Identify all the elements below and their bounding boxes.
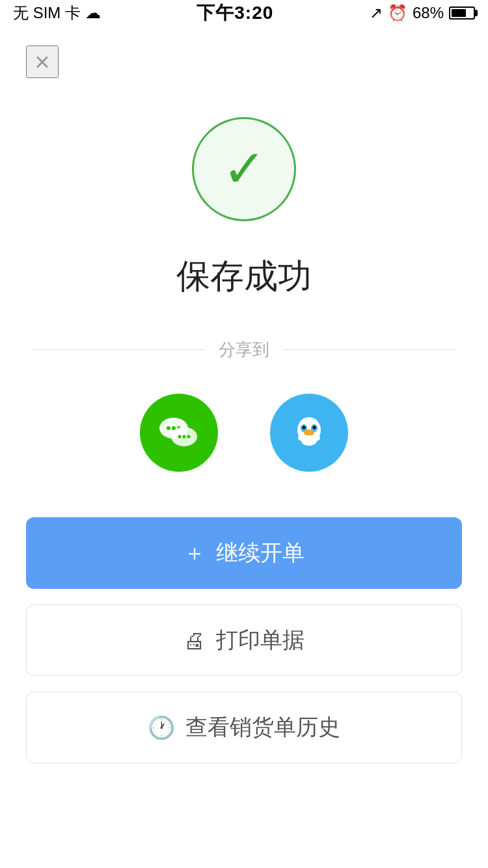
svg-point-6 <box>182 435 185 438</box>
continue-label: 继续开单 <box>216 538 305 568</box>
battery-percent: 68% <box>413 4 444 22</box>
print-button[interactable]: 🖨 打印单据 <box>26 604 462 676</box>
clock-icon: 🕐 <box>148 714 175 740</box>
buttons-section: ＋ 继续开单 🖨 打印单据 🕐 查看销货单历史 <box>0 517 488 763</box>
location-icon: ↗ <box>370 4 383 22</box>
history-label: 查看销货单历史 <box>185 712 340 742</box>
share-section: 分享到 <box>0 338 488 517</box>
status-right: ↗ ⏰ 68% <box>370 4 475 22</box>
checkmark-icon: ✓ <box>223 143 266 195</box>
svg-point-16 <box>301 435 317 446</box>
svg-point-11 <box>302 426 305 429</box>
print-icon: 🖨 <box>183 628 206 653</box>
battery-icon <box>449 7 475 20</box>
success-circle: ✓ <box>192 117 296 221</box>
close-button[interactable]: × <box>26 46 59 78</box>
svg-point-7 <box>187 435 190 438</box>
svg-point-13 <box>304 429 314 436</box>
qq-share-button[interactable] <box>270 394 348 472</box>
continue-button[interactable]: ＋ 继续开单 <box>26 517 462 589</box>
history-button[interactable]: 🕐 查看销货单历史 <box>26 692 462 763</box>
share-icons <box>140 394 348 472</box>
sim-status: 无 SIM 卡 ☁ <box>13 3 101 23</box>
close-icon: × <box>34 49 49 75</box>
status-time: 下午3:20 <box>197 1 273 25</box>
plus-icon: ＋ <box>183 538 206 568</box>
wechat-share-button[interactable] <box>140 394 218 472</box>
alarm-icon: ⏰ <box>388 4 407 22</box>
divider-line-right <box>282 349 455 350</box>
main-content: × ✓ 保存成功 分享到 <box>0 26 488 868</box>
svg-point-1 <box>167 426 170 430</box>
share-divider: 分享到 <box>0 338 488 361</box>
share-label: 分享到 <box>206 338 282 361</box>
status-bar: 无 SIM 卡 ☁ 下午3:20 ↗ ⏰ 68% <box>0 0 488 26</box>
print-label: 打印单据 <box>216 625 305 655</box>
svg-point-12 <box>312 426 316 429</box>
status-left: 无 SIM 卡 ☁ <box>13 3 101 23</box>
divider-line-left <box>33 349 206 350</box>
success-title: 保存成功 <box>176 254 312 299</box>
svg-point-5 <box>178 435 181 438</box>
svg-point-2 <box>172 426 176 430</box>
